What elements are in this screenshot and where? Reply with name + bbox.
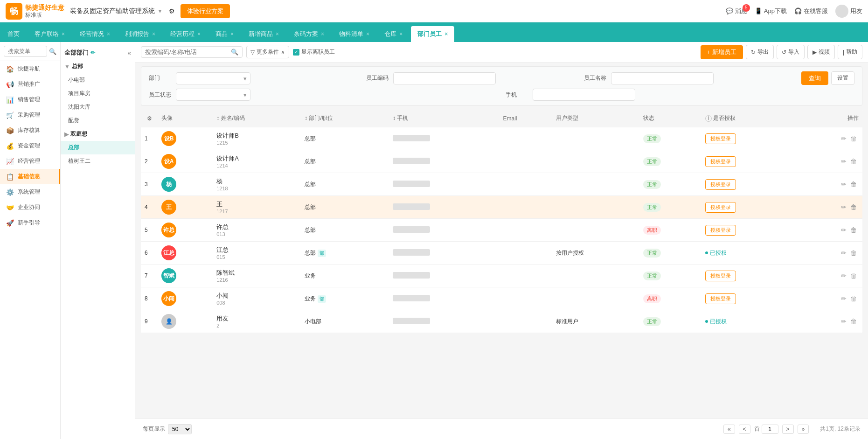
- nav-tab-仓库[interactable]: 仓库×: [378, 26, 409, 42]
- last-page-btn[interactable]: »: [798, 425, 809, 434]
- dept-item-zongbu[interactable]: 总部: [61, 141, 135, 154]
- col-dept-position[interactable]: ↕ 部门/职位: [301, 110, 389, 127]
- edit-button[interactable]: ✏: [839, 248, 848, 258]
- tab-close-icon[interactable]: ×: [399, 31, 403, 37]
- filter-query-btn[interactable]: 查询: [801, 71, 828, 85]
- delete-button[interactable]: 🗑: [848, 202, 859, 212]
- prev-page-btn[interactable]: <: [739, 425, 750, 434]
- help-button[interactable]: | 帮助: [838, 45, 862, 59]
- edit-button[interactable]: ✏: [839, 180, 848, 189]
- delete-button[interactable]: 🗑: [848, 317, 859, 326]
- sidebar-search-input[interactable]: [4, 46, 47, 57]
- nav-tab-经营情况[interactable]: 经营情况×: [73, 26, 117, 42]
- message-button[interactable]: 💬 消息 5: [726, 7, 747, 15]
- filter-set-btn[interactable]: 设置: [831, 71, 854, 85]
- edit-button[interactable]: ✏: [839, 294, 848, 303]
- tab-close-icon[interactable]: ×: [321, 31, 324, 37]
- tab-close-icon[interactable]: ×: [366, 31, 369, 37]
- online-service-button[interactable]: 🎧 在线客服: [794, 7, 828, 15]
- col-settings[interactable]: ⚙: [141, 110, 158, 127]
- dept-section-zongbu[interactable]: ▼ 总部: [61, 60, 135, 73]
- sidebar-item-inventory[interactable]: 📦库存核算: [0, 123, 60, 138]
- dept-item-peihuo[interactable]: 配货: [61, 114, 135, 127]
- nav-tab-首页[interactable]: 首页: [1, 26, 26, 42]
- edit-button[interactable]: ✏: [839, 271, 848, 280]
- sidebar-item-sales[interactable]: 📊销售管理: [0, 92, 60, 107]
- tab-close-icon[interactable]: ×: [276, 31, 279, 37]
- nav-tab-经营历程[interactable]: 经营历程×: [164, 26, 207, 42]
- user-menu[interactable]: 用友: [835, 5, 862, 18]
- page-input[interactable]: [762, 425, 778, 434]
- tab-close-icon[interactable]: ×: [62, 31, 65, 37]
- app-download-button[interactable]: 📱 App下载: [755, 7, 787, 15]
- sidebar-item-marketing[interactable]: 📢营销推广: [0, 77, 60, 92]
- nav-tab-条码方案[interactable]: 条码方案×: [287, 26, 331, 42]
- auth-button[interactable]: 授权登录: [705, 225, 736, 236]
- tab-close-icon[interactable]: ×: [197, 31, 201, 37]
- tab-close-icon[interactable]: ×: [152, 31, 155, 37]
- filter-emp-name-input[interactable]: [611, 72, 714, 84]
- next-page-btn[interactable]: >: [782, 425, 794, 434]
- auth-button[interactable]: 授权登录: [705, 179, 736, 190]
- system-dropdown-icon[interactable]: ▾: [159, 8, 161, 14]
- filter-dept-select[interactable]: [176, 72, 250, 84]
- delete-button[interactable]: 🗑: [848, 225, 859, 235]
- filter-status-select[interactable]: [176, 89, 250, 101]
- nav-tab-客户联络[interactable]: 客户联络×: [28, 26, 71, 42]
- edit-button[interactable]: ✏: [839, 225, 848, 235]
- edit-button[interactable]: ✏: [839, 202, 848, 212]
- filter-emp-code-input[interactable]: [393, 72, 496, 84]
- search-input[interactable]: [145, 49, 229, 56]
- nav-tab-物料清单[interactable]: 物料清单×: [333, 26, 376, 42]
- nav-tab-部门员工[interactable]: 部门员工×: [411, 26, 454, 42]
- auth-button[interactable]: 授权登录: [705, 156, 736, 167]
- delete-button[interactable]: 🗑: [848, 157, 859, 166]
- delete-button[interactable]: 🗑: [848, 180, 859, 189]
- dept-item-xiangmu[interactable]: 项目库房: [61, 87, 135, 100]
- sidebar-item-system[interactable]: ⚙️系统管理: [0, 184, 60, 200]
- first-page-btn[interactable]: «: [723, 425, 735, 434]
- dept-section-shuangling[interactable]: ▶ 双庭想: [61, 127, 135, 141]
- sidebar-item-finance[interactable]: 💰资金管理: [0, 138, 60, 153]
- col-phone[interactable]: ↕ 手机: [389, 110, 499, 127]
- dept-item-zhishu[interactable]: 植树王二: [61, 154, 135, 168]
- tab-close-icon[interactable]: ×: [444, 31, 448, 37]
- auth-button[interactable]: 授权登录: [705, 293, 736, 304]
- sidebar-item-operations[interactable]: 📈经营管理: [0, 153, 60, 169]
- filter-phone-input[interactable]: [533, 89, 635, 101]
- col-name-code[interactable]: ↕ 姓名/编码: [213, 110, 301, 127]
- dept-item-shenyang[interactable]: 沈阳大库: [61, 100, 135, 114]
- delete-button[interactable]: 🗑: [848, 271, 859, 280]
- nav-tab-利润报告[interactable]: 利润报告×: [118, 26, 162, 42]
- sidebar-item-collab[interactable]: 🤝企业协同: [0, 200, 60, 215]
- sidebar-item-quick-nav[interactable]: 🏠快捷导航: [0, 61, 60, 77]
- dept-collapse-icon[interactable]: «: [128, 49, 131, 56]
- delete-button[interactable]: 🗑: [848, 248, 859, 258]
- show-resigned-toggle[interactable]: ✓ 显示离职员工: [293, 48, 335, 56]
- add-employee-button[interactable]: + 新增员工: [701, 45, 743, 59]
- auth-button[interactable]: 授权登录: [705, 271, 736, 281]
- delete-button[interactable]: 🗑: [848, 134, 859, 143]
- export-button[interactable]: ↻ 导出: [746, 45, 774, 59]
- auth-button[interactable]: 授权登录: [705, 133, 736, 144]
- edit-button[interactable]: ✏: [839, 134, 848, 143]
- search-icon[interactable]: 🔍: [231, 49, 238, 56]
- sidebar-item-basic-info[interactable]: 📋基础信息: [0, 169, 60, 184]
- nav-tab-新增商品[interactable]: 新增商品×: [242, 26, 285, 42]
- nav-tab-商品[interactable]: 商品×: [209, 26, 240, 42]
- settings-icon[interactable]: ⚙: [169, 7, 175, 15]
- delete-button[interactable]: 🗑: [848, 294, 859, 303]
- sidebar-item-guide[interactable]: 🚀新手引导: [0, 215, 60, 230]
- more-filter-btn[interactable]: ▽ 更多条件 ∧: [246, 46, 289, 58]
- trial-button[interactable]: 体验行业方案: [181, 4, 230, 18]
- auth-button[interactable]: 授权登录: [705, 202, 736, 213]
- per-page-select[interactable]: 50 20 100: [168, 424, 192, 434]
- dept-edit-icon[interactable]: ✏: [90, 49, 95, 56]
- edit-button[interactable]: ✏: [839, 157, 848, 166]
- sidebar-item-purchase[interactable]: 🛒采购管理: [0, 107, 60, 123]
- edit-button[interactable]: ✏: [839, 317, 848, 326]
- dept-item-xiaodian[interactable]: 小电部: [61, 73, 135, 87]
- tab-close-icon[interactable]: ×: [107, 31, 110, 37]
- view-button[interactable]: ▶ 视频: [807, 45, 835, 59]
- import-button[interactable]: ↺ 导入: [777, 45, 805, 59]
